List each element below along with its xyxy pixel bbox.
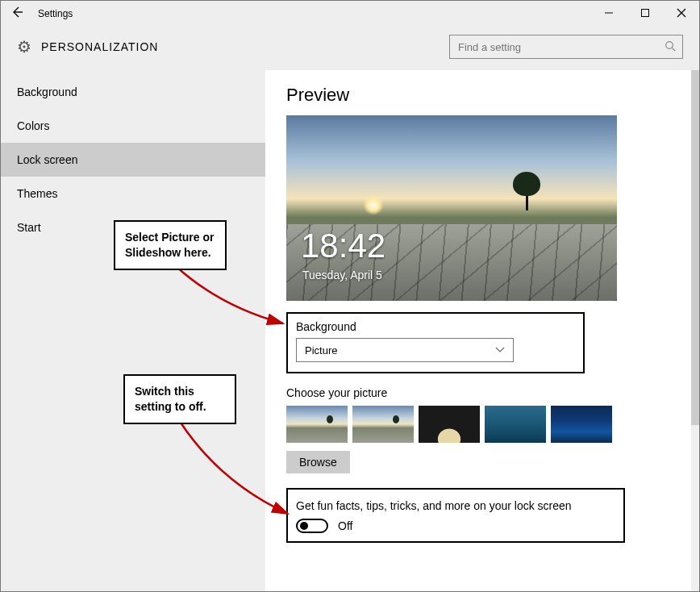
funfacts-toggle[interactable] [296,519,328,533]
toggle-knob [300,522,308,530]
svg-point-5 [666,41,673,48]
sidebar-item-label: Start [17,221,41,234]
window-controls [590,1,699,25]
picture-thumbnail[interactable] [419,406,480,443]
close-button[interactable] [663,1,699,25]
preview-heading: Preview [286,85,678,106]
maximize-button[interactable] [627,1,663,25]
background-group-highlight: Background Picture [286,312,585,373]
tree-icon [513,172,540,211]
window-title: Settings [38,8,73,19]
sidebar-item-label: Themes [17,187,58,200]
sidebar-item-label: Lock screen [17,153,77,166]
sidebar-item-lock-screen[interactable]: Lock screen [1,143,265,177]
funfacts-state: Off [338,519,352,532]
sidebar: Background Colors Lock screen Themes Sta… [1,70,265,591]
chevron-down-icon [495,345,505,355]
scroll-thumb[interactable] [691,70,699,425]
search-icon[interactable] [665,40,676,54]
titlebar: Settings [1,1,699,27]
sidebar-item-background[interactable]: Background [1,75,265,109]
preview-date: Tuesday, April 5 [302,269,382,281]
background-label: Background [296,320,575,333]
lock-screen-preview: 18:42 Tuesday, April 5 [286,115,617,301]
picture-thumbnail[interactable] [286,406,348,443]
annotation-callout-1: Select Picture or Slideshow here. [114,220,227,270]
funfacts-group-highlight: Get fun facts, tips, tricks, and more on… [286,488,625,543]
background-dropdown[interactable]: Picture [296,338,514,362]
content-pane: Preview 18:42 Tuesday, April 5 Backgroun… [265,70,699,591]
sidebar-item-label: Colors [17,119,49,132]
preview-time: 18:42 [301,227,385,265]
sun-icon [363,194,384,215]
picture-thumbnail[interactable] [352,406,414,443]
picture-thumbnail[interactable] [485,406,546,443]
search-box[interactable] [449,35,683,59]
browse-button[interactable]: Browse [286,451,350,473]
body: Background Colors Lock screen Themes Sta… [1,70,699,591]
picture-thumbnail[interactable] [551,406,612,443]
search-input[interactable] [456,40,665,54]
svg-rect-2 [641,10,648,17]
category-title: PERSONALIZATION [41,40,158,53]
sidebar-item-label: Background [17,85,77,98]
back-button[interactable] [1,5,33,23]
settings-window: Settings ⚙ PERSONALIZATION [0,0,700,592]
choose-picture-label: Choose your picture [286,386,678,399]
dropdown-value: Picture [305,344,337,356]
minimize-button[interactable] [590,1,627,25]
header: ⚙ PERSONALIZATION [1,27,699,70]
sidebar-item-colors[interactable]: Colors [1,109,265,143]
scrollbar[interactable] [691,70,699,591]
picture-thumbnails [286,406,678,443]
gear-icon: ⚙ [17,37,31,56]
annotation-callout-2: Switch this setting to off. [123,374,236,424]
sidebar-item-themes[interactable]: Themes [1,177,265,211]
funfacts-label: Get fun facts, tips, tricks, and more on… [296,499,615,512]
svg-line-6 [672,48,675,51]
